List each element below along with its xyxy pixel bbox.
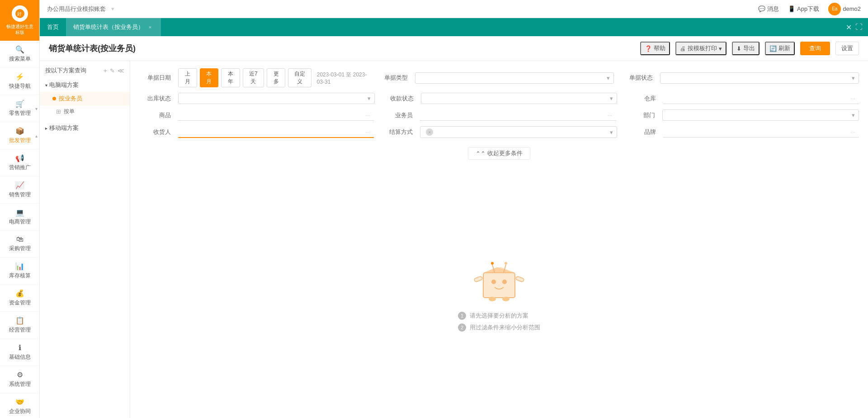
scheme-panel-title: 按以下方案查询: [45, 66, 86, 75]
tab-active[interactable]: 销货单统计表（按业务员） ×: [66, 18, 161, 36]
print-arrow-icon: ▾: [719, 45, 722, 52]
date-more-btn[interactable]: 更多: [267, 68, 286, 87]
sidebar-item-retail[interactable]: 🛒 零售管理 ▾: [0, 95, 39, 122]
main-area: 办公用品行业模拟账套 ▾ 💬 消息 📱 App下载 Ea demo2 首页: [40, 0, 868, 418]
help-icon: ❓: [645, 45, 652, 52]
message-button[interactable]: 💬 消息: [758, 5, 779, 13]
settings-button[interactable]: 设置: [835, 42, 859, 55]
receiver-dots[interactable]: ···: [365, 128, 370, 135]
collapse-up-icon: ⌃⌃: [476, 150, 486, 157]
doc-type-label: 单据类型: [376, 74, 408, 82]
settings-label: 设置: [841, 44, 853, 52]
scheme-mobile-label: 移动端方案: [49, 124, 79, 132]
sidebar-item-system-label: 系统管理: [9, 380, 31, 388]
settlement-clear-button[interactable]: ×: [426, 128, 433, 136]
warehouse-dots[interactable]: ···: [850, 95, 855, 102]
svg-rect-5: [474, 276, 483, 282]
refresh-button[interactable]: 🔄 刷新: [765, 42, 795, 55]
scheme-panel-actions: + ✎ ≪: [104, 67, 124, 74]
date-this-month-btn[interactable]: 本月: [200, 68, 219, 87]
sidebar-item-ecommerce[interactable]: 💻 电商管理: [0, 204, 39, 231]
query-button[interactable]: 查询: [800, 42, 830, 55]
chevron-up-icon: ▴: [35, 133, 38, 138]
quicknav-icon: ⚡: [15, 72, 24, 81]
sidebar-item-enterprise[interactable]: 🤝 企业协同: [0, 393, 39, 418]
help-button[interactable]: ❓ 帮助: [640, 42, 670, 55]
tab-home[interactable]: 首页: [40, 18, 66, 36]
page-header: 销货单统计表(按业务员) ❓ 帮助 🖨 按模板打印 ▾ ⬇ 导出 🔄 刷新: [40, 36, 868, 61]
tab-maximize-icon[interactable]: ⛶: [855, 23, 863, 31]
brand-field: ···: [663, 127, 859, 138]
empty-hints: 1 请先选择要分析的方案 2 用过滤条件来缩小分析范围: [458, 312, 540, 332]
scheme-desktop-header[interactable]: ▾ 电脑端方案: [40, 78, 130, 92]
date-last-month-btn[interactable]: 上月: [178, 68, 197, 87]
export-button[interactable]: ⬇ 导出: [732, 42, 760, 55]
sidebar-item-finance-label: 资金管理: [9, 299, 31, 307]
operations-icon: 📋: [15, 316, 24, 325]
scheme-collapse-icon[interactable]: ≪: [118, 67, 124, 74]
sidebar-item-marketing[interactable]: 📢 营销推广: [0, 149, 39, 176]
brand-dots[interactable]: ···: [850, 128, 855, 135]
date-last7-btn[interactable]: 近7天: [243, 68, 264, 87]
scheme-active-dot: [52, 97, 56, 100]
logo-area: 好 畅捷通好生意 标版: [0, 0, 39, 41]
filter-row-3: 商品 ··· 业务员 ··· 部门 ▾: [139, 109, 859, 121]
scheme-mobile-header[interactable]: ▸ 移动端方案: [40, 121, 130, 135]
out-status-arrow-icon[interactable]: ▾: [368, 95, 371, 102]
sidebar-item-operations[interactable]: 📋 经营管理: [0, 312, 39, 339]
sidebar-item-basicinfo[interactable]: ℹ 基础信息: [0, 339, 39, 366]
date-range-label: 2023-03-01 至 2023-03-31: [317, 71, 369, 85]
collapse-button[interactable]: ⌃⌃ 收起更多条件: [468, 147, 530, 160]
user-menu[interactable]: Ea demo2: [828, 3, 861, 15]
sidebar-item-marketing-label: 营销推广: [9, 164, 31, 171]
doc-type-arrow-icon[interactable]: ▾: [607, 75, 610, 81]
receiver-label: 收货人: [139, 128, 171, 136]
department-arrow-icon[interactable]: ▾: [852, 112, 855, 119]
finance-icon: 💰: [15, 289, 24, 298]
goods-dots[interactable]: ···: [365, 112, 370, 119]
sidebar-item-quicknav[interactable]: ⚡ 快捷导航: [0, 68, 39, 95]
wholesale-icon: 📦: [15, 127, 24, 135]
hint-text-1: 请先选择要分析的方案: [470, 312, 528, 320]
sidebar-item-ecommerce-label: 电商管理: [9, 218, 31, 226]
search-icon: 🔍: [15, 45, 24, 54]
sidebar-item-sales[interactable]: 📈 销售管理: [0, 176, 39, 204]
scheme-edit-icon[interactable]: ✎: [110, 67, 115, 74]
doc-type-field: ▾: [415, 72, 614, 84]
sidebar: 好 畅捷通好生意 标版 🔍 搜索菜单 ⚡ 快捷导航 🛒 零售管理 ▾ 📦 批发管…: [0, 0, 40, 418]
tab-window-close-icon[interactable]: ✕: [846, 23, 852, 32]
settlement-arrow-icon[interactable]: ▾: [610, 129, 613, 136]
sidebar-item-wholesale[interactable]: 📦 批发管理 ▴: [0, 122, 39, 149]
scheme-item-salesperson[interactable]: 按业务员: [40, 92, 130, 105]
salesperson-dots[interactable]: ···: [608, 112, 613, 119]
doc-status-label: 单据状态: [621, 74, 653, 82]
scheme-desktop-section: ▾ 电脑端方案 按业务员 ⊞ 按单: [40, 78, 130, 121]
sidebar-item-purchase[interactable]: 🛍 采购管理: [0, 231, 39, 257]
date-custom-btn[interactable]: 自定义: [288, 68, 311, 87]
doc-status-arrow-icon[interactable]: ▾: [852, 75, 855, 81]
message-label: 消息: [767, 5, 779, 13]
tab-close-button[interactable]: ×: [146, 24, 154, 31]
scheme-panel: 按以下方案查询 + ✎ ≪ ▾ 电脑端方案 按业务员: [40, 61, 130, 418]
filter-row-4: 收货人 ··· 结算方式 × ▾ 品牌 ···: [139, 126, 859, 138]
scheme-mobile-section: ▸ 移动端方案: [40, 121, 130, 138]
scheme-item-byorder[interactable]: ⊞ 按单: [40, 105, 130, 118]
sidebar-item-search[interactable]: 🔍 搜索菜单: [0, 41, 39, 68]
export-label: 导出: [743, 44, 755, 52]
app-download-button[interactable]: 📱 App下载: [788, 5, 819, 13]
sidebar-item-inventory[interactable]: 📊 库存核算: [0, 257, 39, 285]
refresh-label: 刷新: [778, 44, 790, 52]
sidebar-item-enterprise-label: 企业协同: [9, 408, 31, 415]
scheme-add-icon[interactable]: +: [104, 67, 107, 74]
print-button[interactable]: 🖨 按模板打印 ▾: [675, 42, 726, 55]
sidebar-item-system[interactable]: ⚙ 系统管理: [0, 366, 39, 393]
basicinfo-icon: ℹ: [19, 343, 21, 352]
enterprise-icon: 🤝: [15, 398, 24, 406]
system-icon: ⚙: [17, 370, 23, 379]
avatar: Ea: [828, 3, 841, 15]
date-this-year-btn[interactable]: 本年: [221, 68, 240, 87]
payment-status-arrow-icon[interactable]: ▾: [610, 95, 613, 102]
hint-num-1: 1: [458, 312, 466, 320]
doc-status-field: ▾: [660, 72, 859, 84]
sidebar-item-finance[interactable]: 💰 资金管理: [0, 285, 39, 312]
